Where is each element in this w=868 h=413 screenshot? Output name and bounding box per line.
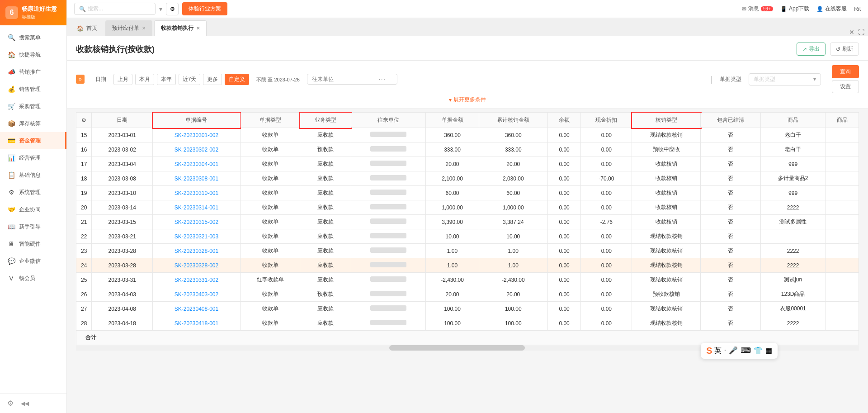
message-btn[interactable]: ✉ 消息 99+	[742, 5, 773, 13]
filter-row-1: » 日期 上月 本月 本年 近7天 更多 自定义 不限 至 2023-07-26…	[76, 65, 859, 93]
order-no-link[interactable]: SK-20230331-002	[175, 277, 218, 283]
cell-balance: 0.00	[547, 157, 581, 171]
sidebar-item-marketing[interactable]: 📣营销推广	[0, 63, 66, 81]
th-balance: 余额	[547, 113, 581, 128]
industry-btn[interactable]: 体验行业方案	[182, 2, 227, 15]
filter-custom-btn[interactable]: 自定义	[225, 74, 249, 85]
th-verify-type: 核销类型	[632, 113, 701, 128]
sidebar-item-member[interactable]: V畅会员	[0, 270, 66, 287]
tab-home[interactable]: 🏠 首页	[71, 21, 104, 36]
sidebar-item-hardware[interactable]: 🖥智能硬件	[0, 235, 66, 252]
sidebar-item-wechat[interactable]: 💬企业微信	[0, 252, 66, 270]
order-no-link[interactable]: SK-20230314-001	[175, 204, 218, 211]
order-no-link[interactable]: SK-20230328-002	[175, 262, 218, 269]
topbar-search-area: 🔍 搜索... ▾ ⚙	[74, 3, 179, 15]
sidebar-icon-wechat: 💬	[7, 257, 15, 265]
order-no-link[interactable]: SK-20230418-001	[175, 320, 218, 327]
sidebar-item-sales[interactable]: 💰销售管理	[0, 81, 66, 98]
cell-biz-type: 应收款	[300, 273, 351, 287]
topbar-gear-icon[interactable]: ⚙	[166, 3, 179, 15]
online-service-label: 在线客服	[825, 5, 847, 13]
cell-included-settled: 否	[701, 157, 760, 171]
sidebar-item-basic[interactable]: 📋基础信息	[0, 166, 66, 184]
cell-amount: 360.00	[426, 128, 479, 142]
partner-filter-input[interactable]: ···	[307, 74, 397, 85]
cell-accumulated: 100.00	[479, 302, 547, 316]
filter-collapse-btn[interactable]: »	[76, 75, 85, 84]
app-download-btn[interactable]: 📱 App下载	[780, 5, 809, 13]
cell-accumulated: 1,000.00	[479, 200, 547, 215]
order-no-link[interactable]: SK-20230403-002	[175, 291, 218, 298]
filter-more-btn[interactable]: 更多	[203, 74, 222, 85]
export-icon: ↗	[802, 46, 807, 52]
tab-receipt[interactable]: 收款核销执行 ✕	[154, 20, 207, 36]
cell-product2	[826, 142, 859, 157]
order-no-link[interactable]: SK-20230321-003	[175, 233, 218, 240]
filter-prev-month-btn[interactable]: 上月	[113, 74, 132, 85]
cell-product: 多计量商品2	[760, 171, 825, 186]
sidebar-icon-hardware: 🖥	[7, 240, 15, 248]
filter-this-month-btn[interactable]: 本月	[135, 74, 154, 85]
cell-cash-discount: 0.00	[581, 287, 632, 302]
order-type-select[interactable]: 单据类型 ▾	[749, 73, 821, 85]
cell-date: 2023-03-31	[92, 273, 153, 287]
cell-accumulated: 10.00	[479, 229, 547, 244]
sidebar-collapse-icon[interactable]: ◀◀	[21, 400, 29, 407]
sidebar-settings-icon[interactable]: ⚙	[7, 399, 14, 408]
cell-verify-type: 收款核销	[632, 171, 701, 186]
sidebar-item-guide[interactable]: 📖新手引导	[0, 218, 66, 235]
sidebar-item-system[interactable]: ⚙系统管理	[0, 184, 66, 201]
filter-this-year-btn[interactable]: 本年	[157, 74, 176, 85]
order-no-link[interactable]: SK-20230308-001	[175, 176, 218, 182]
refresh-btn[interactable]: ↺ 刷新	[830, 43, 859, 56]
sidebar-item-purchase[interactable]: 🛒采购管理	[0, 98, 66, 115]
watermark-icons: 英 · 🎤 ⌨ 👕 ▦	[714, 346, 772, 356]
topbar-search-box[interactable]: 🔍 搜索...	[74, 3, 156, 15]
cell-amount: 100.00	[426, 302, 479, 316]
online-service-btn[interactable]: 👤 在线客服	[816, 5, 847, 13]
order-no-link[interactable]: SK-20230315-002	[175, 219, 218, 225]
sidebar-item-search[interactable]: 🔍搜索菜单	[0, 29, 66, 46]
user-name[interactable]: Rit	[854, 6, 861, 12]
cell-date: 2023-04-08	[92, 302, 153, 316]
sidebar-item-operation[interactable]: 📊经营管理	[0, 149, 66, 166]
cell-included-settled: 否	[701, 171, 760, 186]
cell-product2	[826, 302, 859, 316]
filter-7days-btn[interactable]: 近7天	[179, 74, 201, 85]
sidebar-item-inventory[interactable]: 📦库存核算	[0, 115, 66, 132]
tab-prepay-close-icon[interactable]: ✕	[142, 26, 146, 31]
cell-partner	[351, 200, 426, 215]
cell-cash-discount: 0.00	[581, 128, 632, 142]
order-no-link[interactable]: SK-20230301-002	[175, 132, 218, 138]
cell-date: 2023-03-08	[92, 171, 153, 186]
cell-product: 测试多属性	[760, 215, 825, 229]
order-no-link[interactable]: SK-20230302-002	[175, 147, 218, 153]
tab-close-all-icon[interactable]: ✕	[849, 28, 854, 36]
sidebar-icon-basic: 📋	[7, 171, 15, 179]
tab-prepay[interactable]: 预计应付单 ✕	[105, 20, 152, 36]
expand-filter-btn[interactable]: ▾ 展开更多条件	[76, 96, 859, 104]
order-no-link[interactable]: SK-20230408-001	[175, 306, 218, 312]
partner-input[interactable]	[312, 76, 375, 82]
cell-included-settled: 否	[701, 229, 760, 244]
query-btn[interactable]: 查询	[832, 65, 859, 78]
th-settings[interactable]: ⚙	[76, 113, 92, 128]
order-no-link[interactable]: SK-20230304-001	[175, 161, 218, 167]
cell-product: 2222	[760, 200, 825, 215]
settings-small-btn[interactable]: 设置	[832, 80, 859, 93]
sidebar-item-finance[interactable]: 💳资金管理	[0, 132, 66, 149]
order-no-link[interactable]: SK-20230328-001	[175, 248, 218, 254]
cell-order-type: 收款单	[240, 128, 300, 142]
order-no-link[interactable]: SK-20230310-001	[175, 190, 218, 196]
tab-receipt-close-icon[interactable]: ✕	[196, 26, 200, 31]
scrollbar-thumb[interactable]	[389, 345, 525, 351]
dropdown-arrow-icon[interactable]: ▾	[159, 5, 162, 13]
sidebar-item-corp[interactable]: 🤝企业协同	[0, 201, 66, 218]
cell-amount: 100.00	[426, 316, 479, 331]
export-btn[interactable]: ↗ 导出	[797, 43, 826, 56]
cell-included-settled: 否	[701, 287, 760, 302]
sidebar-item-quicknav[interactable]: 🏠快捷导航	[0, 46, 66, 63]
tab-expand-icon[interactable]: ⛶	[858, 28, 864, 36]
cell-order-type: 收款单	[240, 171, 300, 186]
cell-included-settled: 否	[701, 200, 760, 215]
